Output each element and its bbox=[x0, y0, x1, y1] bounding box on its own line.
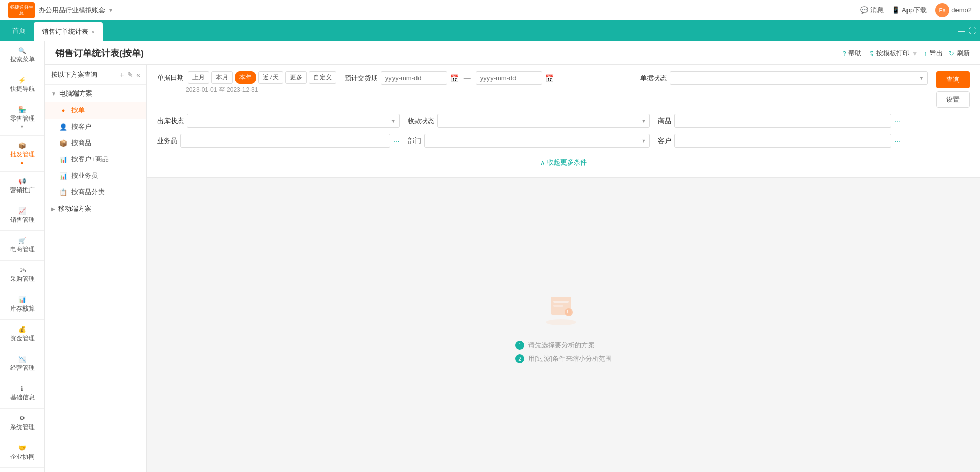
query-button[interactable]: 查询 bbox=[936, 71, 970, 88]
sidebar-item-retail[interactable]: 🏪 零售管理 ▼ bbox=[0, 100, 44, 136]
svg-text:!: ! bbox=[567, 310, 568, 315]
expected-date-end[interactable] bbox=[476, 71, 542, 85]
dept-select-wrap bbox=[424, 134, 650, 148]
sidebar-item-sales[interactable]: 📈 销售管理 bbox=[0, 201, 44, 231]
goods-input[interactable] bbox=[674, 114, 891, 128]
status-filter-group: 单据状态 bbox=[640, 71, 928, 85]
sidebar-item-marketing[interactable]: 📢 营销推广 bbox=[0, 172, 44, 201]
tip-num-2: 2 bbox=[515, 354, 524, 363]
collapse-panel-icon[interactable]: « bbox=[136, 70, 140, 79]
page-title: 销售订单统计表(按单) bbox=[55, 47, 144, 59]
by-salesman-icon: 📊 bbox=[59, 172, 67, 180]
scheme-group-mobile-header[interactable]: ▶ 移动端方案 bbox=[45, 200, 146, 218]
help-button[interactable]: ? 帮助 bbox=[842, 49, 861, 58]
date-calendar-icon2[interactable]: 📅 bbox=[545, 74, 554, 82]
tabbar-maximize-icon[interactable]: ⛶ bbox=[969, 27, 976, 35]
sidebar: 🔍 搜索菜单 ⚡ 快捷导航 🏪 零售管理 ▼ 📦 批发管理 ▲ 📢 营销推广 📈… bbox=[0, 41, 45, 472]
print-button[interactable]: 🖨 按模板打印 ▼ bbox=[868, 49, 918, 58]
scheme-item-by-goods[interactable]: 📦 按商品 bbox=[45, 135, 146, 151]
date-calendar-icon1[interactable]: 📅 bbox=[450, 74, 459, 82]
sidebar-item-purchase[interactable]: 🛍 采购管理 bbox=[0, 261, 44, 290]
sidebar-item-corp-collab[interactable]: 🤝 企业协同 bbox=[0, 438, 44, 468]
export-button[interactable]: ↑ 导出 bbox=[924, 49, 943, 58]
by-order-icon: ● bbox=[59, 106, 67, 114]
date-range-display: 2023-01-01 至 2023-12-31 bbox=[157, 86, 336, 95]
settings-button[interactable]: 设置 bbox=[936, 91, 970, 108]
by-goods-category-icon: 📋 bbox=[59, 188, 67, 196]
add-scheme-icon[interactable]: + bbox=[120, 70, 124, 79]
svg-point-4 bbox=[565, 308, 573, 316]
tab-sales-order-stats[interactable]: 销售订单统计表 × bbox=[34, 22, 103, 41]
scheme-group-mobile: ▶ 移动端方案 bbox=[45, 200, 146, 218]
topbar-left: 畅捷通好生意 办公用品行业模拟账套 ▾ bbox=[8, 2, 112, 18]
sales-icon: 📈 bbox=[18, 207, 26, 215]
sidebar-item-inventory[interactable]: 📊 库存核算 bbox=[0, 290, 44, 320]
tip-num-1: 1 bbox=[515, 341, 524, 350]
customer-more-icon[interactable]: ··· bbox=[894, 137, 900, 145]
expected-date-label: 预计交货期 bbox=[345, 74, 378, 83]
topbar-dropdown-icon[interactable]: ▾ bbox=[109, 7, 112, 14]
scheme-item-by-customer[interactable]: 👤 按客户 bbox=[45, 119, 146, 135]
date-btn-this-month[interactable]: 本月 bbox=[211, 71, 233, 84]
sidebar-item-ecommerce[interactable]: 🛒 电商管理 bbox=[0, 231, 44, 261]
date-btn-this-year[interactable]: 本年 bbox=[235, 71, 256, 84]
customer-input[interactable] bbox=[674, 134, 891, 148]
out-status-select[interactable] bbox=[187, 114, 400, 128]
page-header: 销售订单统计表(按单) ? 帮助 🖨 按模板打印 ▼ ↑ 导出 bbox=[45, 41, 980, 65]
pay-status-select[interactable] bbox=[437, 114, 650, 128]
collapse-icon: ∧ bbox=[540, 159, 545, 167]
scheme-item-by-customer-goods[interactable]: 📊 按客户+商品 bbox=[45, 151, 146, 168]
tab-close-icon[interactable]: × bbox=[91, 29, 94, 35]
date-btn-last-month[interactable]: 上月 bbox=[188, 71, 209, 84]
date-btn-more[interactable]: 更多 bbox=[285, 71, 307, 84]
main-layout: 🔍 搜索菜单 ⚡ 快捷导航 🏪 零售管理 ▼ 📦 批发管理 ▲ 📢 营销推广 📈… bbox=[0, 41, 980, 472]
basic-info-icon: ℹ bbox=[21, 385, 23, 392]
by-goods-icon: 📦 bbox=[59, 139, 67, 147]
sidebar-item-quicknav[interactable]: ⚡ 快捷导航 bbox=[0, 70, 44, 100]
status-select[interactable] bbox=[670, 71, 928, 85]
salesman-input[interactable] bbox=[180, 134, 390, 148]
scheme-item-by-order[interactable]: ● 按单 bbox=[45, 102, 146, 119]
date-btn-last7days[interactable]: 近7天 bbox=[258, 71, 283, 84]
retail-icon: 🏪 bbox=[18, 106, 26, 113]
expected-date-start[interactable] bbox=[381, 71, 447, 85]
collapse-button[interactable]: ∧ 收起更多条件 bbox=[536, 154, 591, 171]
sidebar-item-system[interactable]: ⚙ 系统管理 bbox=[0, 409, 44, 438]
scheme-item-by-salesman[interactable]: 📊 按业务员 bbox=[45, 168, 146, 184]
by-customer-goods-icon: 📊 bbox=[59, 155, 67, 163]
filter-area: 单据日期 上月 本月 本年 近7天 更多 自定义 2023 bbox=[147, 65, 980, 178]
sidebar-item-operations[interactable]: 📉 经营管理 bbox=[0, 349, 44, 379]
sidebar-item-wholesale[interactable]: 📦 批发管理 ▲ bbox=[0, 136, 44, 172]
system-icon: ⚙ bbox=[19, 415, 25, 422]
page-actions: ? 帮助 🖨 按模板打印 ▼ ↑ 导出 ↻ 刷新 bbox=[842, 49, 970, 58]
dept-select[interactable] bbox=[424, 134, 650, 148]
refresh-button[interactable]: ↻ 刷新 bbox=[949, 49, 970, 58]
inventory-icon: 📊 bbox=[18, 296, 26, 303]
mobile-group-arrow-icon: ▶ bbox=[51, 206, 55, 212]
tabbar-right: — ⛶ bbox=[958, 27, 980, 35]
tabbar-minimize-icon[interactable]: — bbox=[958, 27, 965, 35]
status-select-wrap bbox=[670, 71, 928, 85]
sidebar-item-finance[interactable]: 💰 资金管理 bbox=[0, 320, 44, 349]
sidebar-item-basic-info[interactable]: ℹ 基础信息 bbox=[0, 379, 44, 409]
salesman-more-icon[interactable]: ··· bbox=[394, 137, 400, 145]
message-button[interactable]: 💬 消息 bbox=[860, 6, 884, 15]
sidebar-item-search[interactable]: 🔍 搜索菜单 bbox=[0, 41, 44, 70]
logo: 畅捷通好生意 bbox=[8, 2, 35, 18]
sidebar-item-newbie[interactable]: 🎯 新手引导 bbox=[0, 468, 44, 472]
goods-more-icon[interactable]: ··· bbox=[894, 117, 900, 125]
user-menu[interactable]: Ea demo2 bbox=[935, 3, 972, 17]
out-status-label: 出库状态 bbox=[157, 116, 184, 126]
tab-home[interactable]: 首页 bbox=[4, 20, 34, 41]
edit-scheme-icon[interactable]: ✎ bbox=[127, 70, 133, 79]
app-download-button[interactable]: 📱 App下载 bbox=[892, 6, 927, 15]
salesman-label: 业务员 bbox=[157, 136, 177, 146]
query-buttons: 查询 设置 bbox=[936, 71, 970, 108]
topbar: 畅捷通好生意 办公用品行业模拟账套 ▾ 💬 消息 📱 App下载 Ea demo… bbox=[0, 0, 980, 20]
scheme-group-pc-header[interactable]: ▼ 电脑端方案 bbox=[45, 85, 146, 102]
date-btn-custom[interactable]: 自定义 bbox=[309, 71, 336, 84]
svg-rect-3 bbox=[553, 305, 564, 307]
scheme-item-by-goods-category[interactable]: 📋 按商品分类 bbox=[45, 184, 146, 200]
avatar: Ea bbox=[935, 3, 949, 17]
date-separator: — bbox=[462, 74, 473, 82]
